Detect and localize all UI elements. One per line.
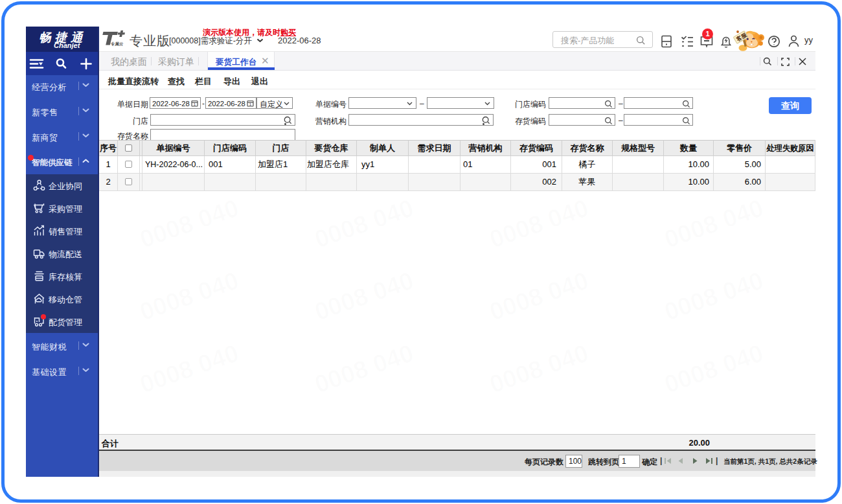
svg-text:1: 1 <box>249 102 252 106</box>
svg-text:1: 1 <box>194 102 196 106</box>
svg-text:专属云: 专属云 <box>109 42 124 47</box>
